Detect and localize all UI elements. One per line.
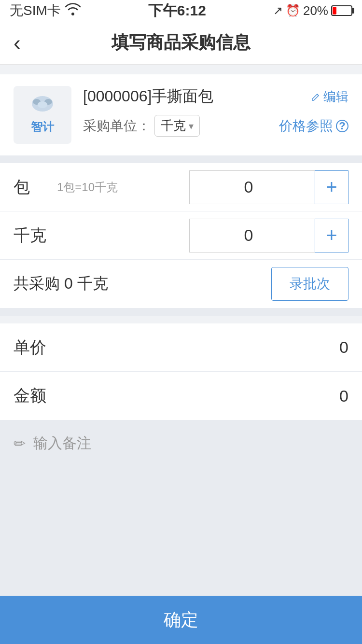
product-logo-text: 智计: [31, 119, 54, 135]
input-section: 包 1包=10千克 + 千克 + 共采购 0 千克 录批次: [0, 163, 362, 308]
summary-row: 共采购 0 千克 录批次: [0, 260, 362, 308]
bag-input[interactable]: [189, 170, 315, 204]
info-section: 单价 0 金额 0: [0, 323, 362, 420]
product-card: 智计 [0000006]手撕面包 编辑 采购单位： 千克 ▾ 价格参照: [0, 74, 362, 155]
kg-input[interactable]: [189, 219, 315, 252]
price-value: 0: [339, 338, 348, 357]
product-name-row: [0000006]手撕面包 编辑: [83, 86, 348, 107]
wifi-icon: [65, 3, 81, 19]
back-button[interactable]: ‹: [14, 32, 21, 54]
status-left: 无SIM卡: [10, 1, 81, 20]
divider-1: [0, 155, 362, 163]
pencil-icon: ✏: [14, 435, 26, 452]
remark-placeholder: ✏ 输入备注: [14, 434, 348, 453]
batch-button[interactable]: 录批次: [271, 267, 348, 301]
product-unit-row: 采购单位： 千克 ▾ 价格参照 ?: [83, 115, 348, 137]
alarm-icon: ⏰: [286, 4, 300, 17]
edit-label: 编辑: [323, 88, 348, 105]
amount-label: 金额: [14, 385, 46, 407]
price-ref-button[interactable]: 价格参照 ?: [279, 117, 348, 135]
status-bar: 无SIM卡 下午6:12 ↗ ⏰ 20%: [0, 0, 362, 21]
battery-percent: 20%: [303, 3, 328, 18]
battery-icon: [331, 5, 352, 16]
kg-plus-button[interactable]: +: [315, 219, 348, 252]
nav-bar: ‹ 填写商品采购信息: [0, 21, 362, 65]
carrier-label: 无SIM卡: [10, 1, 61, 20]
unit-value: 千克: [161, 117, 186, 134]
info-icon: ?: [336, 120, 348, 132]
kg-input-group: +: [189, 219, 348, 252]
divider-2: [0, 308, 362, 316]
product-image: 智计: [14, 86, 71, 144]
confirm-button[interactable]: 确定: [0, 596, 362, 644]
price-label: 单价: [14, 336, 46, 359]
kg-label: 千克: [14, 224, 52, 247]
unit-label: 采购单位：: [83, 117, 151, 135]
product-info: [0000006]手撕面包 编辑 采购单位： 千克 ▾ 价格参照 ?: [83, 86, 348, 137]
kg-input-row: 千克 +: [0, 211, 362, 260]
chevron-down-icon: ▾: [189, 120, 194, 132]
bag-input-row: 包 1包=10千克 +: [0, 163, 362, 211]
bag-sub-label: 1包=10千克: [57, 180, 118, 195]
edit-button[interactable]: 编辑: [311, 88, 348, 105]
page-title: 填写商品采购信息: [111, 31, 251, 55]
status-right: ↗ ⏰ 20%: [273, 3, 352, 18]
status-time: 下午6:12: [148, 1, 206, 21]
location-icon: ↗: [273, 4, 283, 17]
price-ref-label: 价格参照: [279, 117, 333, 135]
amount-row: 金额 0: [0, 372, 362, 420]
unit-select[interactable]: 千克 ▾: [154, 115, 200, 137]
product-full-name: [0000006]手撕面包: [83, 86, 213, 107]
price-row: 单价 0: [0, 323, 362, 372]
bag-plus-button[interactable]: +: [315, 170, 348, 204]
remark-placeholder-text: 输入备注: [33, 434, 91, 453]
remark-section[interactable]: ✏ 输入备注: [0, 420, 362, 478]
amount-value: 0: [339, 387, 348, 406]
summary-text: 共采购 0 千克: [14, 273, 108, 294]
svg-point-3: [38, 101, 47, 108]
bag-label: 包: [14, 176, 52, 198]
bag-input-group: +: [189, 170, 348, 204]
